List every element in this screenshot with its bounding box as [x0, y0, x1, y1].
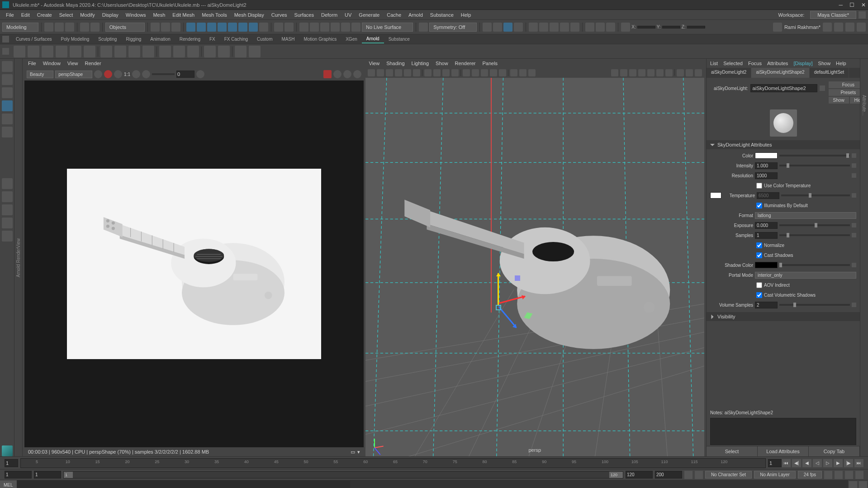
vp-menu-show[interactable]: Show — [436, 61, 448, 66]
panel-toggle-icon[interactable] — [570, 23, 579, 32]
snap-view-icon[interactable] — [238, 23, 247, 32]
menu-edit[interactable]: Edit — [18, 12, 33, 18]
material-preview[interactable] — [770, 109, 797, 137]
new-scene-icon[interactable] — [44, 23, 53, 32]
workspace-dropdown[interactable]: Maya Classic* — [810, 11, 856, 19]
play-forward-button[interactable]: ▷ — [823, 459, 832, 467]
go-to-start-button[interactable]: ⏮ — [782, 459, 791, 467]
snap-interactive-icon[interactable] — [259, 23, 268, 32]
castvol-checkbox[interactable] — [756, 292, 762, 298]
section-visibility[interactable]: Visibility — [707, 312, 860, 321]
vp-menu-lighting[interactable]: Lighting — [412, 61, 429, 66]
settings-gear-icon[interactable] — [353, 70, 361, 78]
shelf-tab[interactable]: XGen — [341, 35, 362, 43]
aov-checkbox[interactable] — [756, 282, 762, 288]
snap-grid-icon[interactable] — [186, 23, 195, 32]
exposure-slider[interactable] — [779, 224, 850, 226]
vp-settings-icon[interactable] — [686, 69, 693, 76]
tx-manager-icon[interactable] — [173, 46, 185, 57]
menu-mesh[interactable]: Mesh — [149, 12, 169, 18]
shelf-tab[interactable]: Curves / Surfaces — [11, 35, 56, 43]
layout-single-icon[interactable] — [2, 178, 13, 189]
sidebar-toggle4-icon[interactable] — [857, 23, 866, 32]
denoise-icon[interactable] — [196, 70, 204, 78]
color-slider[interactable] — [779, 155, 850, 156]
castshadows-checkbox[interactable] — [756, 252, 762, 258]
notes-field[interactable] — [710, 418, 856, 445]
absolute-transform-icon[interactable] — [621, 23, 630, 32]
undo-icon[interactable] — [80, 23, 89, 32]
move-tool[interactable] — [2, 100, 13, 111]
use-lights-icon[interactable] — [490, 69, 497, 76]
shelf-tab[interactable]: Animation — [146, 35, 175, 43]
play-back-button[interactable]: ◁ — [813, 459, 822, 467]
symmetry-icon[interactable] — [419, 23, 428, 32]
shadowcolor-swatch[interactable] — [755, 262, 778, 268]
menu-windows[interactable]: Windows — [122, 12, 150, 18]
normalize-checkbox[interactable] — [756, 242, 762, 248]
menu-select[interactable]: Select — [56, 12, 77, 18]
menu-help[interactable]: Help — [457, 12, 475, 18]
gamma-vp-icon[interactable] — [620, 69, 627, 76]
xray-joints-icon[interactable] — [528, 69, 536, 76]
range-slider[interactable]: 1 120 — [63, 471, 623, 479]
volsamples-map-icon[interactable] — [852, 303, 856, 307]
range-handle[interactable]: 1 — [64, 472, 73, 478]
ao-icon[interactable] — [656, 69, 664, 76]
live-surface-icon[interactable] — [351, 23, 360, 32]
skydome-light-icon[interactable] — [28, 46, 39, 57]
render-ipr-icon[interactable] — [493, 23, 502, 32]
history-icon[interactable] — [299, 23, 308, 32]
history-input-icon[interactable] — [310, 23, 319, 32]
isolate-select-icon[interactable] — [510, 69, 517, 76]
menu-uv[interactable]: UV — [341, 12, 355, 18]
viewport-canvas[interactable]: persp — [365, 78, 705, 456]
shelf-tab[interactable]: Sculpting — [94, 35, 121, 43]
update-tx-icon[interactable] — [187, 46, 199, 57]
samples-map-icon[interactable] — [852, 233, 856, 237]
flush-cache-icon[interactable] — [159, 46, 171, 57]
menu-file[interactable]: File — [2, 12, 18, 18]
physical-sky-icon[interactable] — [84, 46, 95, 57]
key-icon[interactable] — [695, 471, 703, 479]
shelf-tab[interactable]: Rigging — [121, 35, 146, 43]
motion-blur-icon[interactable] — [647, 69, 655, 76]
ratio-label[interactable]: 1:1 — [124, 72, 130, 77]
exposure-slider[interactable] — [152, 73, 175, 75]
panel-layout3-icon[interactable] — [550, 23, 559, 32]
light-portal-icon[interactable] — [70, 46, 81, 57]
curve-collector-icon[interactable] — [128, 46, 140, 57]
step-forward-key-button[interactable]: |▶ — [844, 459, 853, 467]
minimize-button[interactable]: ─ — [839, 2, 843, 8]
select-button[interactable]: Select — [707, 446, 758, 456]
menu-substance[interactable]: Substance — [427, 12, 457, 18]
select-by-hier-icon[interactable] — [151, 23, 160, 32]
snapshot-bar-icon[interactable]: ▭ — [351, 449, 355, 455]
arnold-render-icon[interactable] — [249, 46, 261, 57]
vp-menu-panels[interactable]: Panels — [482, 61, 498, 66]
menu-set-dropdown[interactable]: Modeling — [2, 23, 38, 32]
render-shelf-icon[interactable] — [218, 46, 230, 57]
maya-home-icon[interactable] — [2, 445, 13, 456]
gamma-icon[interactable] — [142, 70, 150, 78]
samples-slider[interactable] — [779, 234, 850, 236]
layout-outliner-icon[interactable] — [2, 231, 13, 242]
isolate-icon[interactable] — [104, 70, 112, 78]
volsamples-slider[interactable] — [779, 304, 850, 306]
ae-tab-active[interactable]: aiSkyDomeLightShape2 — [751, 68, 809, 78]
menu-deform[interactable]: Deform — [318, 12, 341, 18]
panel-layout4-icon[interactable] — [560, 23, 569, 32]
crop-region-icon[interactable] — [94, 70, 102, 78]
arnold-renderview-icon[interactable] — [235, 46, 247, 57]
shelf-tab[interactable]: FX — [205, 35, 220, 43]
step-back-key-button[interactable]: ◀| — [792, 459, 801, 467]
menu-modify[interactable]: Modify — [76, 12, 98, 18]
smooth-shade-icon[interactable] — [472, 69, 479, 76]
rotate-tool[interactable] — [2, 114, 13, 124]
menu-surfaces[interactable]: Surfaces — [291, 12, 318, 18]
layout-two-h-icon[interactable] — [2, 204, 13, 215]
help-icon[interactable] — [859, 481, 867, 488]
history-output-icon[interactable] — [320, 23, 329, 32]
depth-icon[interactable] — [638, 69, 645, 76]
load-attributes-button[interactable]: Load Attributes — [758, 446, 809, 456]
